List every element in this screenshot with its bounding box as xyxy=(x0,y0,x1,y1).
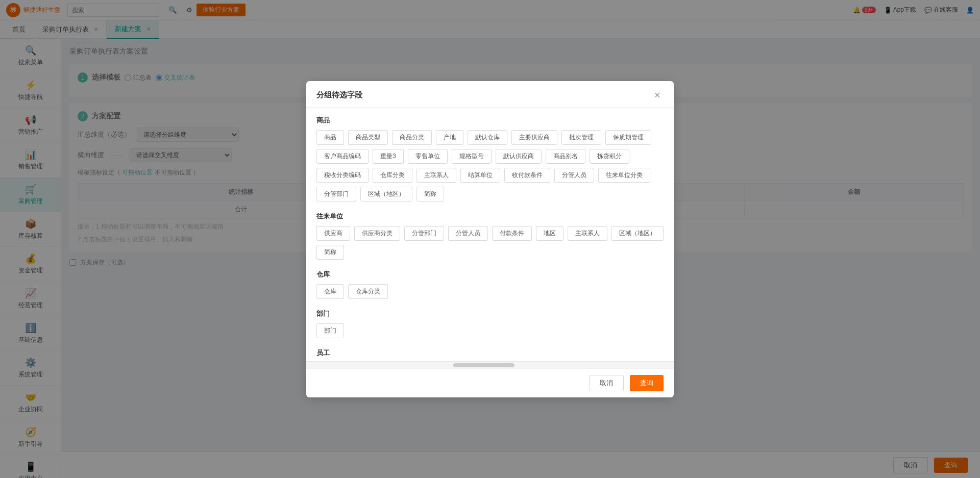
tag-goods-23[interactable]: 区域（地区） xyxy=(360,187,412,202)
modal-title: 分组待选字段 xyxy=(316,90,362,100)
tag-goods-2[interactable]: 商品分类 xyxy=(392,130,432,145)
tag-partner-5[interactable]: 地区 xyxy=(536,226,564,241)
tag-goods-7[interactable]: 保质期管理 xyxy=(605,130,651,145)
section-goods: 商品 商品 商品类型 商品分类 产地 默认仓库 主要供应商 批次管理 保质期管理… xyxy=(316,116,664,202)
tag-goods-11[interactable]: 规格型号 xyxy=(452,149,492,164)
tag-goods-22[interactable]: 分管部门 xyxy=(316,187,356,202)
tag-goods-9[interactable]: 重量3 xyxy=(373,149,404,164)
tag-goods-21[interactable]: 往来单位分类 xyxy=(598,168,650,183)
section-employee-title: 员工 xyxy=(316,348,664,358)
modal-body: 商品 商品 商品类型 商品分类 产地 默认仓库 主要供应商 批次管理 保质期管理… xyxy=(306,108,674,361)
tag-goods-4[interactable]: 默认仓库 xyxy=(468,130,507,145)
tag-partner-1[interactable]: 供应商分类 xyxy=(354,226,400,241)
tag-goods-10[interactable]: 零售单位 xyxy=(408,149,448,164)
tag-goods-8[interactable]: 客户商品编码 xyxy=(316,149,369,164)
tag-goods-12[interactable]: 默认供应商 xyxy=(496,149,542,164)
section-goods-tags: 商品 商品类型 商品分类 产地 默认仓库 主要供应商 批次管理 保质期管理 客户… xyxy=(316,130,664,202)
section-warehouse-title: 仓库 xyxy=(316,270,664,279)
tag-goods-20[interactable]: 分管人员 xyxy=(554,168,594,183)
tag-goods-19[interactable]: 收付款条件 xyxy=(504,168,550,183)
section-partner-tags: 供应商 供应商分类 分管部门 分管人员 付款条件 地区 主联系人 区域（地区） … xyxy=(316,226,664,260)
tag-goods-24[interactable]: 简称 xyxy=(416,187,444,202)
modal-footer: 取消 查询 xyxy=(306,368,674,397)
tag-partner-8[interactable]: 简称 xyxy=(316,245,344,260)
modal-confirm-button[interactable]: 查询 xyxy=(630,375,664,391)
tag-dept-0[interactable]: 部门 xyxy=(316,323,344,338)
tag-goods-0[interactable]: 商品 xyxy=(316,130,344,145)
section-dept: 部门 部门 xyxy=(316,309,664,338)
section-dept-tags: 部门 xyxy=(316,323,664,338)
section-warehouse-tags: 仓库 仓库分类 xyxy=(316,284,664,299)
tag-goods-15[interactable]: 税收分类编码 xyxy=(316,168,369,183)
modal-header: 分组待选字段 ✕ xyxy=(306,81,674,108)
tag-goods-5[interactable]: 主要供应商 xyxy=(511,130,557,145)
tag-partner-3[interactable]: 分管人员 xyxy=(448,226,488,241)
tag-wh-0[interactable]: 仓库 xyxy=(316,284,344,299)
tag-partner-4[interactable]: 付款条件 xyxy=(492,226,532,241)
tag-partner-0[interactable]: 供应商 xyxy=(316,226,350,241)
tag-goods-14[interactable]: 拣货积分 xyxy=(590,149,629,164)
section-goods-title: 商品 xyxy=(316,116,664,125)
tag-goods-1[interactable]: 商品类型 xyxy=(348,130,388,145)
tag-wh-1[interactable]: 仓库分类 xyxy=(348,284,388,299)
modal-horizontal-scrollbar[interactable] xyxy=(306,361,674,368)
tag-goods-17[interactable]: 主联系人 xyxy=(416,168,456,183)
modal-close-button[interactable]: ✕ xyxy=(651,89,664,101)
field-select-modal: 分组待选字段 ✕ 商品 商品 商品类型 商品分类 产地 默认仓库 主要供应商 批… xyxy=(306,81,674,397)
tag-partner-2[interactable]: 分管部门 xyxy=(404,226,444,241)
section-partner-title: 往来单位 xyxy=(316,212,664,221)
tag-goods-16[interactable]: 仓库分类 xyxy=(373,168,412,183)
modal-cancel-button[interactable]: 取消 xyxy=(589,375,624,391)
section-partner: 往来单位 供应商 供应商分类 分管部门 分管人员 付款条件 地区 主联系人 区域… xyxy=(316,212,664,260)
section-dept-title: 部门 xyxy=(316,309,664,318)
tag-goods-18[interactable]: 结算单位 xyxy=(460,168,500,183)
tag-partner-7[interactable]: 区域（地区） xyxy=(611,226,664,241)
modal-overlay: 分组待选字段 ✕ 商品 商品 商品类型 商品分类 产地 默认仓库 主要供应商 批… xyxy=(0,0,980,478)
section-warehouse: 仓库 仓库 仓库分类 xyxy=(316,270,664,299)
tag-partner-6[interactable]: 主联系人 xyxy=(568,226,607,241)
tag-goods-6[interactable]: 批次管理 xyxy=(561,130,601,145)
hscroll-thumb xyxy=(453,363,514,367)
section-employee: 员工 业务员 xyxy=(316,348,664,361)
tag-goods-3[interactable]: 产地 xyxy=(436,130,463,145)
tag-goods-13[interactable]: 商品别名 xyxy=(546,149,585,164)
